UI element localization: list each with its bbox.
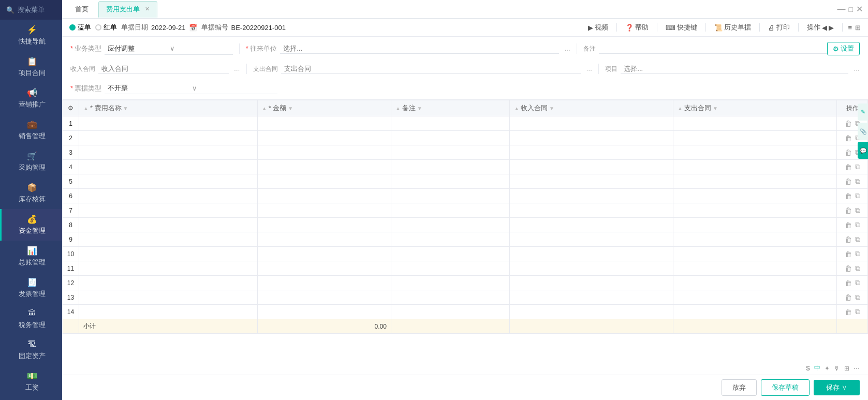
th-expense-name-sort-up[interactable]: ▲ bbox=[83, 106, 89, 111]
sidebar-item-capital[interactable]: 💰 资金管理 bbox=[0, 209, 62, 241]
grid-view-icon[interactable]: ≡ bbox=[848, 24, 852, 32]
cell-remark[interactable] bbox=[391, 203, 509, 218]
row-delete-btn[interactable]: 🗑 bbox=[845, 120, 852, 128]
th-income-sort-down[interactable]: ▼ bbox=[549, 106, 554, 111]
cell-expense-name[interactable] bbox=[79, 305, 258, 319]
cell-expense-contract[interactable] bbox=[673, 203, 837, 218]
cell-amount[interactable] bbox=[257, 116, 391, 131]
discard-button[interactable]: 放弃 bbox=[722, 379, 757, 396]
th-expense-sort-down[interactable]: ▼ bbox=[713, 106, 718, 111]
cell-expense-contract[interactable] bbox=[673, 160, 837, 174]
cell-expense-contract[interactable] bbox=[673, 261, 837, 276]
cell-remark[interactable] bbox=[391, 160, 509, 174]
sidebar-item-fixed-assets[interactable]: 🏗 固定资产 bbox=[0, 335, 62, 366]
cell-amount[interactable] bbox=[257, 218, 391, 232]
cell-remark[interactable] bbox=[391, 276, 509, 290]
row-delete-btn[interactable]: 🗑 bbox=[845, 221, 852, 229]
right-float-chat-btn[interactable]: 💬 bbox=[858, 142, 868, 159]
row-copy-btn[interactable]: ⧉ bbox=[855, 293, 860, 302]
cell-amount[interactable] bbox=[257, 305, 391, 319]
right-float-notes-btn[interactable]: ✎ bbox=[858, 103, 868, 121]
cell-income-contract[interactable] bbox=[510, 203, 673, 218]
cell-income-contract[interactable] bbox=[510, 189, 673, 203]
cell-expense-name[interactable] bbox=[79, 232, 258, 247]
cell-expense-contract[interactable] bbox=[673, 232, 837, 247]
th-amount-sort-down[interactable]: ▼ bbox=[288, 106, 293, 111]
row-copy-btn[interactable]: ⧉ bbox=[855, 177, 860, 186]
cell-expense-name[interactable] bbox=[79, 131, 258, 145]
row-copy-btn[interactable]: ⧉ bbox=[855, 307, 860, 316]
cell-amount[interactable] bbox=[257, 131, 391, 145]
cell-income-contract[interactable] bbox=[510, 305, 673, 319]
row-copy-btn[interactable]: ⧉ bbox=[855, 162, 860, 171]
row-delete-btn[interactable]: 🗑 bbox=[845, 250, 852, 258]
video-btn[interactable]: ▶ 视频 bbox=[585, 22, 611, 33]
cell-amount[interactable] bbox=[257, 203, 391, 218]
cell-income-contract[interactable] bbox=[510, 247, 673, 261]
row-copy-btn[interactable]: ⧉ bbox=[855, 278, 860, 287]
sidebar-item-quick-nav[interactable]: ⚡ 快捷导航 bbox=[0, 20, 62, 51]
cell-expense-contract[interactable] bbox=[673, 276, 837, 290]
th-remark-sort-up[interactable]: ▲ bbox=[395, 106, 401, 111]
help-btn[interactable]: ❓ 帮助 bbox=[622, 22, 652, 33]
sidebar-item-tax[interactable]: 🏛 税务管理 bbox=[0, 304, 62, 335]
window-maximize-btn[interactable]: □ bbox=[849, 5, 853, 13]
tab-expense[interactable]: 费用支出单 ✕ bbox=[98, 1, 157, 18]
cell-expense-contract[interactable] bbox=[673, 305, 837, 319]
cell-remark[interactable] bbox=[391, 247, 509, 261]
sidebar-item-inventory[interactable]: 📦 库存核算 bbox=[0, 177, 62, 209]
cell-expense-contract[interactable] bbox=[673, 116, 837, 131]
cell-expense-contract[interactable] bbox=[673, 247, 837, 261]
print-btn[interactable]: 🖨 打印 bbox=[765, 22, 793, 33]
cell-remark[interactable] bbox=[391, 232, 509, 247]
cell-amount[interactable] bbox=[257, 276, 391, 290]
cell-income-contract[interactable] bbox=[510, 116, 673, 131]
sidebar-item-marketing[interactable]: 📢 营销推广 bbox=[0, 83, 62, 114]
cell-expense-name[interactable] bbox=[79, 261, 258, 276]
th-amount-sort-up[interactable]: ▲ bbox=[262, 106, 267, 111]
cell-amount[interactable] bbox=[257, 290, 391, 305]
row-delete-btn[interactable]: 🗑 bbox=[845, 134, 852, 142]
cell-remark[interactable] bbox=[391, 116, 509, 131]
cell-expense-contract[interactable] bbox=[673, 131, 837, 145]
cell-income-contract[interactable] bbox=[510, 131, 673, 145]
sidebar-item-project-contract[interactable]: 📋 项目合同 bbox=[0, 51, 62, 83]
cell-amount[interactable] bbox=[257, 174, 391, 189]
list-view-icon[interactable]: ⊞ bbox=[855, 24, 861, 32]
cell-income-contract[interactable] bbox=[510, 160, 673, 174]
cell-remark[interactable] bbox=[391, 174, 509, 189]
row-delete-btn[interactable]: 🗑 bbox=[845, 149, 852, 157]
th-gear[interactable]: ⚙ bbox=[63, 100, 79, 116]
cell-remark[interactable] bbox=[391, 189, 509, 203]
cell-income-contract[interactable] bbox=[510, 276, 673, 290]
counterparty-more-icon[interactable]: … bbox=[564, 45, 570, 52]
row-delete-btn[interactable]: 🗑 bbox=[845, 293, 852, 302]
row-copy-btn[interactable]: ⧉ bbox=[855, 220, 860, 229]
row-copy-btn[interactable]: ⧉ bbox=[855, 235, 860, 244]
cell-expense-name[interactable] bbox=[79, 116, 258, 131]
project-more-icon[interactable]: … bbox=[854, 65, 860, 72]
row-copy-btn[interactable]: ⧉ bbox=[855, 191, 860, 200]
row-copy-btn[interactable]: ⧉ bbox=[855, 264, 860, 273]
cell-expense-name[interactable] bbox=[79, 276, 258, 290]
cell-amount[interactable] bbox=[257, 261, 391, 276]
tab-home[interactable]: 首页 bbox=[67, 1, 96, 18]
cell-amount[interactable] bbox=[257, 189, 391, 203]
cell-expense-name[interactable] bbox=[79, 189, 258, 203]
cell-remark[interactable] bbox=[391, 131, 509, 145]
cell-amount[interactable] bbox=[257, 160, 391, 174]
cell-expense-contract[interactable] bbox=[673, 189, 837, 203]
shortcut-btn[interactable]: ⌨ 快捷键 bbox=[663, 22, 700, 33]
cell-amount[interactable] bbox=[257, 232, 391, 247]
cell-remark[interactable] bbox=[391, 145, 509, 160]
income-contract-input[interactable] bbox=[98, 64, 229, 74]
remark-input[interactable] bbox=[599, 43, 827, 54]
history-btn[interactable]: 📜 历史单据 bbox=[711, 22, 754, 33]
cell-remark[interactable] bbox=[391, 218, 509, 232]
counterparty-input[interactable] bbox=[280, 43, 559, 54]
cell-expense-contract[interactable] bbox=[673, 145, 837, 160]
row-delete-btn[interactable]: 🗑 bbox=[845, 206, 852, 215]
row-delete-btn[interactable]: 🗑 bbox=[845, 235, 852, 244]
window-close-btn[interactable]: ✕ bbox=[856, 4, 863, 14]
biz-type-select[interactable]: 应付调整 ∨ bbox=[105, 43, 232, 55]
